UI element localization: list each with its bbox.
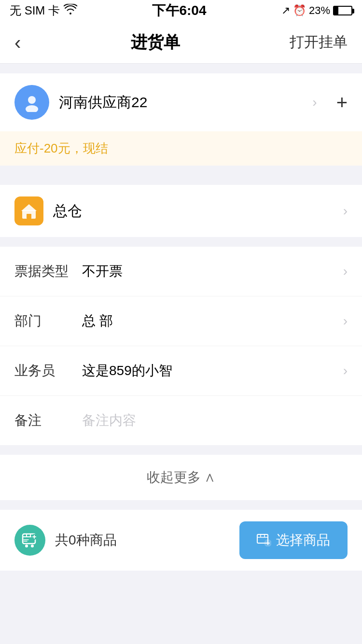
invoice-type-label: 票据类型 bbox=[14, 262, 82, 280]
invoice-type-arrow-icon: › bbox=[343, 264, 348, 279]
remark-value: 备注内容 bbox=[82, 411, 348, 430]
department-label: 部门 bbox=[14, 312, 82, 330]
section-gap-1 bbox=[0, 64, 362, 73]
remark-label: 备注 bbox=[14, 411, 82, 430]
invoice-type-value: 不开票 bbox=[82, 262, 343, 280]
status-right: ↗ ⏰ 23% bbox=[281, 4, 352, 17]
form-row-department[interactable]: 部门 总 部 › bbox=[0, 296, 362, 346]
svg-marker-3 bbox=[21, 204, 37, 211]
wifi-icon bbox=[64, 4, 77, 17]
section-gap-2 bbox=[0, 166, 362, 175]
open-pending-button[interactable]: 打开挂单 bbox=[290, 32, 348, 52]
svg-point-7 bbox=[31, 545, 34, 547]
supplier-add-button[interactable]: + bbox=[336, 93, 348, 112]
nav-bar: ‹ 进货单 打开挂单 bbox=[0, 21, 362, 64]
select-goods-button[interactable]: 选择商品 bbox=[239, 521, 348, 559]
battery-label: 23% bbox=[309, 4, 330, 17]
back-button[interactable]: ‹ bbox=[14, 33, 21, 52]
location-icon: ↗ bbox=[281, 4, 290, 17]
form-row-invoice[interactable]: 票据类型 不开票 › bbox=[0, 247, 362, 296]
warehouse-row[interactable]: 总仓 › bbox=[0, 185, 362, 237]
salesperson-label: 业务员 bbox=[14, 362, 82, 380]
content-area: 河南供应商22 › + 应付-20元，现结 总仓 › 票据类型 不开票 › 部门 bbox=[0, 64, 362, 644]
svg-point-6 bbox=[25, 545, 28, 547]
collapse-label: 收起更多 ∧ bbox=[147, 468, 216, 487]
form-row-salesperson[interactable]: 业务员 这是859的小智 › bbox=[0, 346, 362, 396]
supplier-card: 河南供应商22 › + 应付-20元，现结 bbox=[0, 73, 362, 166]
department-value: 总 部 bbox=[82, 312, 343, 330]
form-row-remark[interactable]: 备注 备注内容 bbox=[0, 396, 362, 445]
notice-banner: 应付-20元，现结 bbox=[0, 131, 362, 166]
warehouse-arrow-icon: › bbox=[343, 203, 348, 219]
status-left: 无 SIM 卡 bbox=[10, 3, 77, 18]
status-time: 下午6:04 bbox=[152, 1, 206, 20]
salesperson-value: 这是859的小智 bbox=[82, 362, 343, 380]
salesperson-arrow-icon: › bbox=[343, 363, 348, 378]
carrier-label: 无 SIM 卡 bbox=[10, 3, 60, 18]
svg-point-1 bbox=[26, 105, 38, 112]
notice-text: 应付-20元，现结 bbox=[14, 141, 108, 155]
supplier-arrow-icon: › bbox=[312, 95, 317, 110]
page-title: 进货单 bbox=[131, 31, 180, 54]
department-arrow-icon: › bbox=[343, 313, 348, 329]
form-section: 票据类型 不开票 › 部门 总 部 › 业务员 这是859的小智 › 备注 备注… bbox=[0, 247, 362, 445]
supplier-row[interactable]: 河南供应商22 › + bbox=[0, 73, 362, 131]
goods-count-label: 共0种商品 bbox=[55, 531, 230, 549]
status-bar: 无 SIM 卡 下午6:04 ↗ ⏰ 23% bbox=[0, 0, 362, 21]
alarm-icon: ⏰ bbox=[293, 4, 306, 17]
supplier-avatar bbox=[14, 85, 49, 120]
svg-point-0 bbox=[28, 96, 36, 104]
page-background bbox=[0, 571, 362, 644]
warehouse-icon bbox=[14, 196, 43, 225]
collapse-row[interactable]: 收起更多 ∧ bbox=[0, 455, 362, 500]
battery-icon bbox=[333, 6, 352, 15]
bottom-bar: 共0种商品 选择商品 bbox=[0, 510, 362, 571]
svg-rect-4 bbox=[27, 214, 31, 219]
cart-icon bbox=[14, 525, 45, 556]
warehouse-name: 总仓 bbox=[53, 201, 343, 221]
supplier-name: 河南供应商22 bbox=[59, 93, 312, 112]
select-goods-label: 选择商品 bbox=[276, 531, 330, 549]
